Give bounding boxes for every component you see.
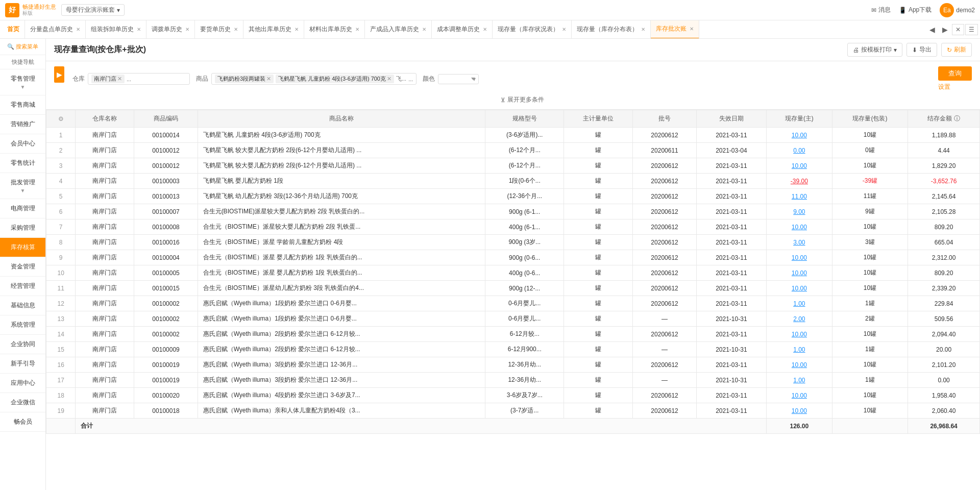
tab-home[interactable]: 首页 bbox=[2, 20, 25, 39]
settings-icon[interactable]: ⚙ bbox=[58, 115, 64, 122]
tag-remove-icon[interactable]: ✕ bbox=[266, 76, 271, 82]
cell-qty-main[interactable]: 10.00 bbox=[767, 265, 832, 281]
expand-more-btn[interactable]: ⊻ 展开更多条件 bbox=[501, 95, 544, 104]
export-btn[interactable]: ⬇ 导出 bbox=[906, 43, 937, 57]
tab-chan-pin[interactable]: 产成品入库单历史 ✕ bbox=[365, 20, 432, 39]
industry-selector[interactable]: 母婴行业演示账套 ▾ bbox=[61, 4, 125, 16]
refresh-btn[interactable]: ↻ 刷新 bbox=[941, 43, 972, 57]
setting-link[interactable]: 设置 bbox=[938, 83, 972, 91]
cell-qty-main[interactable]: 2.00 bbox=[767, 311, 832, 327]
sidebar-item-system[interactable]: 系统管理 bbox=[0, 315, 45, 335]
tab-close-icon[interactable]: ✕ bbox=[185, 27, 189, 32]
app-download-btn[interactable]: 📱 App下载 bbox=[899, 6, 932, 14]
sidebar-item-operations[interactable]: 经营管理 bbox=[0, 277, 45, 296]
search-icon: 🔍 bbox=[7, 43, 14, 50]
cell-code: 00100009 bbox=[134, 342, 198, 357]
tag-remove-icon[interactable]: ✕ bbox=[387, 76, 391, 82]
cell-qty-main[interactable]: -39.00 bbox=[767, 174, 832, 189]
tab-close-icon[interactable]: ✕ bbox=[690, 26, 694, 32]
col-settings[interactable]: ⚙ bbox=[46, 110, 76, 128]
cell-name: 惠氏启赋（Wyeth illuma）2段奶粉 爱尔兰进口 6-12月较... bbox=[198, 342, 485, 357]
sidebar-item-app-center[interactable]: 应用中心 bbox=[0, 374, 45, 393]
tab-yao-huo[interactable]: 要货单历史 ✕ bbox=[195, 20, 243, 39]
expand-arrow-btn[interactable]: ▶ bbox=[54, 66, 64, 83]
sidebar-search[interactable]: 🔍 搜索菜单 bbox=[0, 39, 45, 55]
tab-prev-btn[interactable]: ◀ bbox=[926, 26, 938, 34]
cell-qty-main[interactable]: 1.00 bbox=[767, 373, 832, 388]
cell-qty-main[interactable]: 9.00 bbox=[767, 204, 832, 219]
cell-qty-main[interactable]: 1.00 bbox=[767, 296, 832, 311]
print-btn[interactable]: 🖨 按模板打印 ▾ bbox=[847, 43, 902, 57]
cell-warehouse: 南岸门店 bbox=[76, 235, 134, 250]
sidebar-item-retail-stats[interactable]: 零售统计 bbox=[0, 154, 45, 173]
tab-tiao-bo[interactable]: 调拨单历史 ✕ bbox=[146, 20, 195, 39]
sidebar-item-inventory[interactable]: 库存核算 bbox=[0, 238, 45, 257]
user-profile[interactable]: Ea demo2 bbox=[940, 3, 975, 17]
sidebar-item-enterprise-micro[interactable]: 企业微信 bbox=[0, 393, 45, 412]
tab-cheng-ben[interactable]: 成本调整单历史 ✕ bbox=[432, 20, 493, 39]
table-row: 1 南岸门店 00100014 飞鹤星飞帆 儿童奶粉 4段(3-6岁适用) 70… bbox=[46, 128, 980, 143]
cell-qty-main[interactable]: 10.00 bbox=[767, 158, 832, 174]
cell-amount: 2,339.20 bbox=[908, 281, 980, 296]
sidebar-item-procurement[interactable]: 采购管理 bbox=[0, 218, 45, 238]
sidebar-item-basics[interactable]: 基础信息 bbox=[0, 296, 45, 315]
tab-close-icon[interactable]: ✕ bbox=[137, 27, 141, 32]
total-empty bbox=[46, 419, 76, 434]
sidebar-quick-nav[interactable]: 快捷导航 bbox=[0, 55, 45, 69]
query-button[interactable]: 查询 bbox=[938, 66, 972, 81]
message-btn[interactable]: ✉ 消息 bbox=[871, 6, 891, 14]
tab-qi-ta-chu[interactable]: 其他出库单历史 ✕ bbox=[243, 20, 304, 39]
cell-qty-main[interactable]: 0.00 bbox=[767, 143, 832, 158]
tab-fen-pan[interactable]: 分量盘点单历史 ✕ bbox=[25, 20, 86, 39]
sidebar-item-retail[interactable]: 零售管理 ▼ bbox=[0, 69, 45, 95]
tab-close-icon[interactable]: ✕ bbox=[355, 27, 359, 32]
logo-text: 畅捷通好生意 标版 bbox=[22, 4, 56, 16]
tab-menu-btn[interactable]: ☰ bbox=[965, 24, 978, 35]
product-tag-input[interactable]: 飞鹤奶粉3段两罐装 ✕ 飞鹤星飞帆 儿童奶粉 4段(3-6岁适用) 700克 ✕… bbox=[211, 73, 416, 85]
tab-close-all-btn[interactable]: ✕ bbox=[952, 24, 964, 35]
cell-amount: 2,101.20 bbox=[908, 357, 980, 373]
cell-qty-main[interactable]: 10.00 bbox=[767, 388, 832, 403]
tab-next-btn[interactable]: ▶ bbox=[939, 26, 951, 34]
cell-qty-main[interactable]: 10.00 bbox=[767, 403, 832, 419]
cell-expire: 2021-03-11 bbox=[696, 281, 767, 296]
tab-ku-cun-pi[interactable]: 库存批次账 ✕ bbox=[651, 20, 699, 39]
tab-close-icon[interactable]: ✕ bbox=[422, 27, 426, 32]
sidebar-item-retail-mall[interactable]: 零售商城 bbox=[0, 95, 45, 115]
cell-qty-main[interactable]: 1.00 bbox=[767, 342, 832, 357]
cell-qty-main[interactable]: 10.00 bbox=[767, 219, 832, 235]
cell-qty-main[interactable]: 3.00 bbox=[767, 235, 832, 250]
tab-zu-chai[interactable]: 组装拆卸单历史 ✕ bbox=[86, 20, 146, 39]
cell-qty-main[interactable]: 10.00 bbox=[767, 281, 832, 296]
tab-close-icon[interactable]: ✕ bbox=[562, 27, 566, 32]
cell-batch: 20200612 bbox=[633, 158, 696, 174]
cell-qty-pack: 3罐 bbox=[832, 235, 908, 250]
cell-name: 惠氏启赋（Wyeth illuma）2段奶粉 爱尔兰进口 6-12月较... bbox=[198, 327, 485, 342]
cell-spec: 6-12月较... bbox=[485, 327, 564, 342]
warehouse-tag-input[interactable]: 南岸门店 ✕ ... bbox=[88, 73, 190, 85]
cell-qty-main[interactable]: 10.00 bbox=[767, 128, 832, 143]
cell-qty-main[interactable]: 10.00 bbox=[767, 250, 832, 265]
cell-qty-main[interactable]: 10.00 bbox=[767, 327, 832, 342]
tag-remove-icon[interactable]: ✕ bbox=[117, 76, 122, 82]
tab-xian-cun-fen[interactable]: 现存量（库存分布表） ✕ bbox=[572, 20, 651, 39]
cell-spec: 900g (0-6... bbox=[485, 250, 564, 265]
tab-close-icon[interactable]: ✕ bbox=[295, 27, 299, 32]
tab-close-icon[interactable]: ✕ bbox=[76, 27, 80, 32]
color-select[interactable] bbox=[438, 74, 479, 84]
tab-cai-liao[interactable]: 材料出库单历史 ✕ bbox=[304, 20, 365, 39]
cell-qty-main[interactable]: 10.00 bbox=[767, 357, 832, 373]
sidebar-item-members[interactable]: 会员中心 bbox=[0, 134, 45, 154]
sidebar-item-new-guide[interactable]: 新手引导 bbox=[0, 354, 45, 374]
sidebar-item-enterprise[interactable]: 企业协同 bbox=[0, 335, 45, 354]
tab-xian-cun-zhuang[interactable]: 现存量（库存状况表） ✕ bbox=[493, 20, 572, 39]
tab-close-icon[interactable]: ✕ bbox=[234, 27, 238, 32]
tab-close-icon[interactable]: ✕ bbox=[483, 27, 487, 32]
sidebar-item-member-club[interactable]: 畅会员 bbox=[0, 412, 45, 432]
sidebar-item-finance[interactable]: 资金管理 bbox=[0, 257, 45, 277]
sidebar-item-wholesale[interactable]: 批发管理 ▼ bbox=[0, 173, 45, 199]
tab-close-icon[interactable]: ✕ bbox=[641, 27, 645, 32]
sidebar-item-ecommerce[interactable]: 电商管理 bbox=[0, 199, 45, 218]
sidebar-item-marketing[interactable]: 营销推广 bbox=[0, 115, 45, 134]
cell-qty-main[interactable]: 11.00 bbox=[767, 189, 832, 204]
